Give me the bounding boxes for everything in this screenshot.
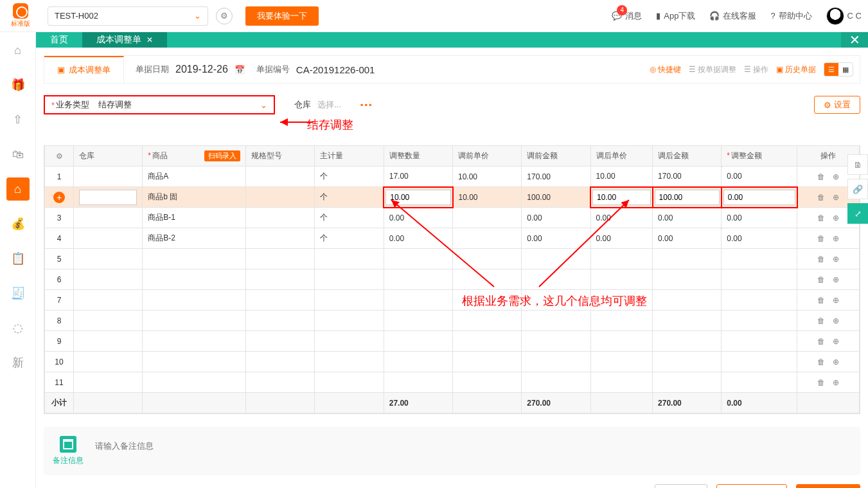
qty-input[interactable]: [385, 190, 450, 205]
table-row[interactable]: 5🗑⊕: [45, 249, 860, 269]
nav-new-icon[interactable]: 新: [6, 351, 30, 374]
copy-row-icon[interactable]: ⊕: [833, 275, 839, 284]
copy-row-icon[interactable]: ⊕: [833, 357, 839, 366]
note-icon: [60, 436, 76, 453]
dock-expand-icon[interactable]: ⤢: [847, 203, 868, 224]
view-mode-card-icon[interactable]: ▦: [838, 63, 853, 76]
app-logo: 标准版: [6, 3, 35, 28]
delete-row-icon[interactable]: 🗑: [817, 255, 825, 264]
tab-home[interactable]: 首页: [36, 32, 82, 48]
copy-row-icon[interactable]: ⊕: [833, 193, 839, 202]
remark-input[interactable]: [95, 436, 851, 455]
operations-link[interactable]: ☰ 操作: [744, 64, 768, 75]
table-row[interactable]: 1商品A个17.0010.00170.0010.00170.000.00🗑⊕: [45, 167, 860, 187]
tab-cost-adjust[interactable]: 成本调整单 ✕: [82, 32, 167, 48]
after-amount-input[interactable]: [655, 190, 720, 205]
discard-button[interactable]: 放弃: [655, 484, 707, 488]
th-qty: 调整数量: [384, 146, 452, 167]
th-spec: 规格型号: [246, 146, 315, 167]
copy-row-icon[interactable]: ⊕: [833, 213, 839, 222]
copy-row-icon[interactable]: ⊕: [833, 316, 839, 325]
delete-row-icon[interactable]: 🗑: [817, 193, 825, 202]
table-row[interactable]: 9🗑⊕: [45, 331, 860, 352]
nav-receipt-icon[interactable]: 🧾: [6, 282, 30, 305]
warehouse-select[interactable]: 选择...: [317, 99, 341, 111]
table-row[interactable]: 8🗑⊕: [45, 311, 860, 331]
nav-sync-icon[interactable]: ◌: [6, 316, 30, 339]
close-icon[interactable]: ✕: [146, 35, 153, 44]
copy-row-icon[interactable]: ⊕: [833, 234, 839, 243]
delete-row-icon[interactable]: 🗑: [817, 213, 825, 222]
org-name: TEST-H002: [55, 11, 98, 21]
delete-row-icon[interactable]: 🗑: [817, 316, 825, 325]
nav-gift-icon[interactable]: 🎁: [6, 73, 30, 96]
more-filters-icon[interactable]: •••: [360, 100, 373, 110]
scan-input-button[interactable]: 扫码录入: [204, 150, 240, 161]
copy-row-icon[interactable]: ⊕: [833, 337, 839, 346]
adjust-amount-input[interactable]: [723, 190, 795, 205]
messages-link[interactable]: 💬 消息 4: [612, 10, 642, 22]
message-badge: 4: [617, 5, 627, 15]
promo-button[interactable]: 我要体验一下: [245, 6, 319, 26]
view-mode-list-icon[interactable]: ☰: [824, 63, 838, 76]
biz-type-select[interactable]: * 业务类型 结存调整 ⌄: [44, 95, 275, 114]
help-icon: ?: [770, 11, 775, 21]
subtotal-pa: 270.00: [522, 393, 590, 413]
copy-row-icon[interactable]: ⊕: [833, 255, 839, 264]
copy-row-icon[interactable]: ⊕: [833, 378, 839, 387]
warehouse-label: 仓库: [294, 99, 311, 111]
annotation-2: 根据业务需求，这几个信息均可调整: [462, 293, 647, 309]
gear-icon[interactable]: ⚙: [216, 8, 233, 24]
date-value[interactable]: 2019-12-26: [175, 64, 228, 75]
tabs-close-all[interactable]: ✕: [841, 32, 868, 48]
nav-warehouse-icon[interactable]: ⌂: [6, 177, 30, 201]
table-row[interactable]: 3商品B-1个0.000.000.000.000.00🗑⊕: [45, 208, 860, 228]
help-center-link[interactable]: ? 帮助中心: [770, 10, 811, 22]
left-nav: ⌂ 🎁 ⇧ 🛍 ⌂ 💰 📋 🧾 ◌ 新: [0, 32, 36, 488]
nav-clipboard-icon[interactable]: 📋: [6, 247, 30, 270]
delete-row-icon[interactable]: 🗑: [817, 337, 825, 346]
nav-upload-icon[interactable]: ⇧: [6, 108, 30, 131]
calendar-icon[interactable]: 📅: [235, 65, 245, 75]
delete-row-icon[interactable]: 🗑: [817, 296, 825, 305]
app-download-link[interactable]: ▮ App下载: [656, 10, 695, 22]
nav-money-icon[interactable]: 💰: [6, 212, 30, 235]
warehouse-input[interactable]: [79, 190, 137, 205]
nav-cart-icon[interactable]: 🛍: [6, 143, 30, 166]
user-menu[interactable]: C C: [826, 7, 862, 25]
table-row[interactable]: 7🗑⊕: [45, 290, 860, 311]
doc-tab[interactable]: ▣ 成本调整单: [44, 56, 124, 83]
customer-service-link[interactable]: 🎧 在线客服: [709, 10, 756, 22]
th-pre-amount: 调前金额: [522, 146, 590, 167]
delete-row-icon[interactable]: 🗑: [817, 357, 825, 366]
chevron-down-icon: ⌄: [260, 100, 267, 110]
save-button[interactable]: 保存 ⌄: [796, 484, 860, 488]
delete-row-icon[interactable]: 🗑: [817, 172, 825, 181]
settings-button[interactable]: ⚙ 设置: [814, 96, 860, 114]
dock-link-icon[interactable]: 🔗: [847, 179, 868, 199]
table-row[interactable]: 11🗑⊕: [45, 372, 860, 393]
adjust-by-order-link[interactable]: ☰ 按单据调整: [689, 64, 736, 75]
copy-row-icon[interactable]: ⊕: [833, 172, 839, 181]
add-row-icon[interactable]: +: [53, 192, 65, 203]
delete-row-icon[interactable]: 🗑: [817, 234, 825, 243]
table-row[interactable]: +商品b 固个10.00100.00🗑⊕: [45, 187, 860, 208]
hotkey-link[interactable]: ◎ 快捷键: [650, 64, 681, 75]
subtotal-label: 小计: [45, 393, 74, 413]
subtotal-qty: 27.00: [384, 393, 452, 413]
save-draft-button[interactable]: 保存草稿: [716, 484, 787, 488]
nav-home-icon[interactable]: ⌂: [6, 39, 30, 62]
copy-row-icon[interactable]: ⊕: [833, 296, 839, 305]
table-row[interactable]: 4商品B-2个0.000.000.000.000.00🗑⊕: [45, 228, 860, 249]
table-row[interactable]: 6🗑⊕: [45, 269, 860, 290]
view-mode-toggle[interactable]: ☰ ▦: [824, 62, 853, 77]
avatar: [826, 7, 844, 25]
after-price-input[interactable]: [592, 190, 651, 205]
history-link[interactable]: ▣ 历史单据: [776, 64, 816, 75]
dock-note-icon[interactable]: 🗎: [847, 154, 868, 175]
delete-row-icon[interactable]: 🗑: [817, 378, 825, 387]
delete-row-icon[interactable]: 🗑: [817, 275, 825, 284]
th-gear[interactable]: ⚙: [45, 146, 74, 167]
org-select[interactable]: TEST-H002 ⌄: [48, 6, 208, 26]
table-row[interactable]: 10🗑⊕: [45, 352, 860, 372]
